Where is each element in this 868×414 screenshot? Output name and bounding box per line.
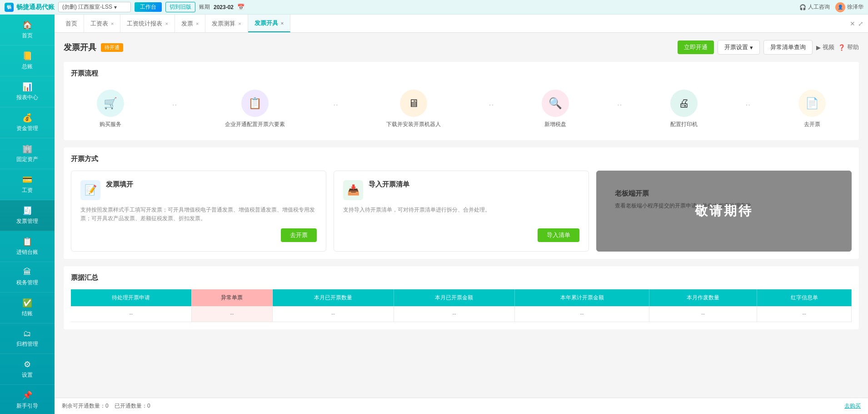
flow-arrow-4: ·· bbox=[617, 99, 622, 119]
tab-invoice-label: 发票 bbox=[181, 20, 193, 28]
tab-invoice-calc[interactable]: 发票测算 × bbox=[205, 15, 248, 32]
page-title-area: 发票开具 待开通 bbox=[64, 42, 123, 53]
sidebar-label-reports: 报表中心 bbox=[16, 94, 38, 101]
sidebar-item-guide[interactable]: 📌 新手引导 bbox=[0, 385, 55, 414]
tab-invoice[interactable]: 发票 × bbox=[175, 15, 205, 32]
sidebar-item-reports[interactable]: 📊 报表中心 bbox=[0, 76, 55, 107]
flow-label-5: 配置打印机 bbox=[670, 121, 698, 128]
view-button[interactable]: ▶ 视频 bbox=[816, 43, 834, 51]
opened-label: 已开通数量：0 bbox=[115, 403, 150, 409]
top-bar-right: 🎧 人工咨询 👤 徐泽华 bbox=[799, 2, 863, 12]
workspace-button[interactable]: 工作台 bbox=[135, 2, 162, 12]
sidebar-item-salary[interactable]: 💳 工资 bbox=[0, 169, 55, 200]
flow-icon-1: 🛒 bbox=[97, 90, 124, 117]
tab-restore-button[interactable]: ⤢ bbox=[858, 20, 863, 27]
col-header-0: 待处理开票申请 bbox=[71, 289, 191, 306]
sidebar-item-funds[interactable]: 💰 资金管理 bbox=[0, 107, 55, 138]
period-value: 2023-02 bbox=[214, 4, 234, 10]
method-icon-2: 📥 bbox=[343, 180, 363, 200]
summary-cell-4: -- bbox=[515, 306, 649, 322]
tab-bar: 首页 工资表 × 工资统计报表 × 发票 × 发票测算 × bbox=[55, 15, 868, 33]
status-badge: 待开通 bbox=[101, 43, 123, 52]
method-btn-2[interactable]: 导入清单 bbox=[538, 228, 579, 242]
flow-icon-5: 🖨 bbox=[670, 90, 698, 117]
sidebar-item-settings[interactable]: ⚙ 设置 bbox=[0, 354, 55, 385]
close-accounts-icon: ✅ bbox=[22, 298, 32, 308]
method-icon-1: 📝 bbox=[80, 180, 100, 200]
logo-area: 畅 畅捷通易代账 bbox=[5, 3, 55, 12]
open-settings-button[interactable]: 开票设置 ▾ bbox=[718, 40, 760, 55]
tab-invoice-calc-label: 发票测算 bbox=[212, 20, 235, 28]
sidebar-item-purchase[interactable]: 📋 进销台账 bbox=[0, 231, 55, 262]
summary-cell-5: -- bbox=[649, 306, 757, 322]
tab-salary-close[interactable]: × bbox=[111, 21, 114, 26]
buy-link[interactable]: 去购买 bbox=[844, 402, 861, 410]
tab-invoice-close[interactable]: × bbox=[196, 21, 199, 26]
method-btn-1[interactable]: 去开票 bbox=[281, 228, 317, 242]
user-service[interactable]: 🎧 人工咨询 bbox=[799, 3, 830, 11]
tab-invoice-open-label: 发票开具 bbox=[254, 19, 278, 27]
tab-invoice-calc-close[interactable]: × bbox=[238, 21, 241, 26]
flow-step-1: 🛒 购买服务 bbox=[97, 90, 124, 128]
company-selector[interactable]: (勿删) 江西服室-LSS ▾ bbox=[58, 2, 131, 12]
chevron-down-icon: ▾ bbox=[114, 4, 117, 10]
tab-home[interactable]: 首页 bbox=[59, 15, 84, 32]
flow-label-6: 去开票 bbox=[804, 121, 820, 128]
tab-salary-report[interactable]: 工资统计报表 × bbox=[120, 15, 175, 32]
immediate-open-button[interactable]: 立即开通 bbox=[678, 40, 714, 54]
col-header-4: 本年累计开票金额 bbox=[515, 289, 649, 306]
top-bar: 畅 畅捷通易代账 (勿删) 江西服室-LSS ▾ 工作台 切到旧版 账期 202… bbox=[0, 0, 868, 15]
sidebar-item-assets[interactable]: 🏢 固定资产 bbox=[0, 138, 55, 169]
summary-cell-2: -- bbox=[273, 306, 394, 322]
sidebar-item-ledger[interactable]: 📒 总账 bbox=[0, 45, 55, 76]
flow-label-1: 购买服务 bbox=[100, 121, 121, 128]
main-layout: 🏠 首页 📒 总账 📊 报表中心 💰 资金管理 🏢 固定资产 💳 工资 🧾 发票… bbox=[0, 15, 868, 414]
company-name: (勿删) 江西服室-LSS bbox=[62, 3, 112, 11]
user-profile[interactable]: 👤 徐泽华 bbox=[835, 2, 863, 12]
sidebar-item-archive[interactable]: 🗂 归档管理 bbox=[0, 323, 55, 354]
method-title-text-1: 发票填开 bbox=[106, 180, 133, 189]
sidebar-label-assets: 固定资产 bbox=[16, 156, 38, 163]
calendar-icon[interactable]: 📅 bbox=[237, 4, 244, 10]
flow-arrow-5: ·· bbox=[745, 99, 750, 119]
tab-actions: ✕ ⤢ bbox=[850, 20, 863, 27]
tab-salary[interactable]: 工资表 × bbox=[84, 15, 120, 32]
method-title-1: 发票填开 bbox=[106, 180, 133, 191]
sidebar-item-invoice[interactable]: 🧾 发票管理 bbox=[0, 200, 55, 231]
tab-invoice-open-close[interactable]: × bbox=[281, 20, 284, 26]
sidebar-item-tax[interactable]: 🏛 税务管理 bbox=[0, 262, 55, 293]
page-content: 发票开具 待开通 立即开通 开票设置 ▾ 异常清单查询 ▶ 视频 ❓ bbox=[55, 33, 868, 398]
assets-icon: 🏢 bbox=[22, 144, 32, 154]
summary-section: 票据汇总 待处理开票申请 异常单票 本月已开票数量 本月已开票金额 本年累计开票… bbox=[64, 266, 859, 329]
tab-close-button[interactable]: ✕ bbox=[850, 20, 855, 27]
page-title: 发票开具 bbox=[64, 42, 96, 53]
summary-section-title: 票据汇总 bbox=[71, 273, 852, 282]
method-desc-2: 支持导入待开票清单，可对待开票清单进行拆分、合并处理。 bbox=[343, 206, 579, 223]
tab-invoice-open[interactable]: 发票开具 × bbox=[248, 15, 290, 32]
switch-old-button[interactable]: 切到旧版 bbox=[165, 2, 195, 12]
summary-row: -- -- -- -- -- -- -- bbox=[71, 306, 852, 322]
view-label: 视频 bbox=[823, 43, 834, 51]
tax-icon: 🏛 bbox=[23, 268, 31, 277]
abnormal-query-button[interactable]: 异常清单查询 bbox=[763, 40, 813, 55]
sidebar-label-guide: 新手引导 bbox=[16, 402, 38, 410]
flow-label-4: 新增税盘 bbox=[544, 121, 566, 128]
sidebar-label-archive: 归档管理 bbox=[16, 340, 38, 348]
sidebar-label-invoice: 发票管理 bbox=[16, 217, 38, 225]
flow-label-3: 下载并安装开票机器人 bbox=[386, 121, 441, 128]
help-button[interactable]: ❓ 帮助 bbox=[838, 43, 859, 51]
home-icon: 🏠 bbox=[22, 20, 32, 30]
salary-icon: 💳 bbox=[22, 175, 32, 185]
sidebar-item-close[interactable]: ✅ 结账 bbox=[0, 293, 55, 323]
sidebar-item-home[interactable]: 🏠 首页 bbox=[0, 15, 55, 45]
invoice-methods: 📝 发票填开 支持按照发票样式手工填写开发票；可开具增值税电子普通发票、增值税普… bbox=[71, 171, 852, 252]
header-actions: 立即开通 开票设置 ▾ 异常清单查询 ▶ 视频 ❓ 帮助 bbox=[678, 40, 859, 55]
page-header: 发票开具 待开通 立即开通 开票设置 ▾ 异常清单查询 ▶ 视频 ❓ bbox=[64, 40, 859, 55]
coming-soon-text: 敬请期待 bbox=[695, 202, 753, 220]
bottom-bar: 剩余可开通数量：0 已开通数量：0 去购买 bbox=[55, 398, 868, 414]
user-avatar: 👤 bbox=[835, 2, 845, 12]
method-card-old: 老板端开票 查看老板端小程序提交的开票申请，并作出相应处理审批 敬请期待 bbox=[596, 171, 852, 252]
flow-step-3: 🖥 下载并安装开票机器人 bbox=[386, 90, 441, 128]
flow-step-6: 📄 去开票 bbox=[798, 90, 826, 128]
tab-salary-report-close[interactable]: × bbox=[165, 21, 168, 26]
